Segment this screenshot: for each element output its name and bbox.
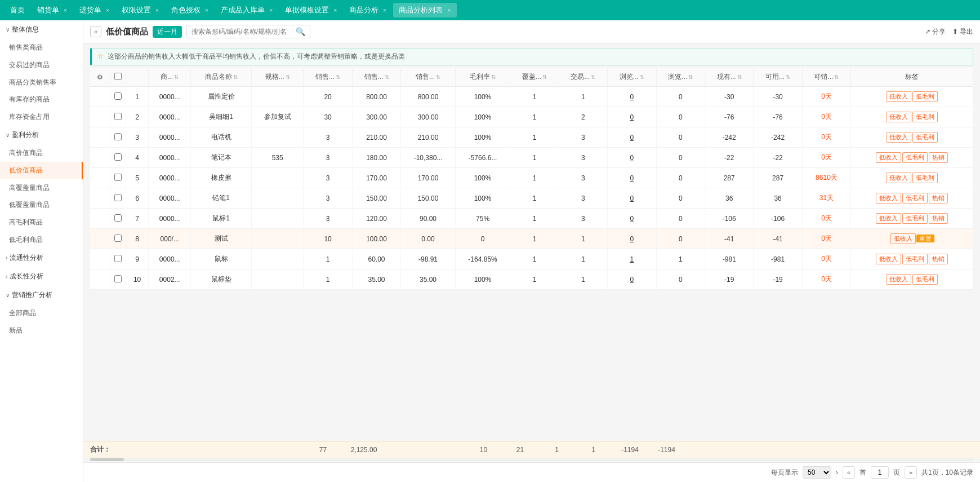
close-icon[interactable]: × — [106, 7, 109, 14]
close-icon[interactable]: × — [155, 7, 159, 14]
collapse-button[interactable]: « — [90, 26, 101, 37]
pagination-next-button[interactable]: » — [905, 466, 917, 479]
sidebar-item-low-coverage[interactable]: 低覆盖量商品 — [0, 196, 83, 214]
sidebar-item-stock-capital[interactable]: 库存资金占用 — [0, 108, 83, 126]
th-stock[interactable]: 现有...⇅ — [705, 68, 753, 87]
browse1-link[interactable]: 0 — [630, 113, 634, 121]
cell-available: -30 — [754, 87, 802, 107]
nav-purchase[interactable]: 进货单 × — [74, 3, 115, 17]
cell-sales-qty: 3 — [304, 209, 352, 229]
sidebar-group-profit[interactable]: ∨ 盈利分析 — [0, 126, 83, 144]
cell-checkbox[interactable] — [110, 107, 126, 127]
th-code[interactable]: 商...⇅ — [149, 68, 191, 87]
browse1-link[interactable]: 0 — [630, 154, 634, 162]
th-transactions[interactable]: 交易...⇅ — [559, 68, 607, 87]
th-browse2[interactable]: 浏览...⇅ — [656, 68, 705, 87]
browse1-link[interactable]: 0 — [630, 235, 634, 243]
sidebar-group-overall[interactable]: ∨ 整体信息 — [0, 20, 83, 39]
browse1-link[interactable]: 0 — [630, 174, 634, 182]
th-saleable[interactable]: 可销...⇅ — [802, 68, 850, 87]
cell-coverage: 1 — [510, 87, 559, 107]
browse1-link[interactable]: 0 — [630, 93, 634, 101]
th-sales-gross[interactable]: 销售...⇅ — [401, 68, 456, 87]
browse1-link[interactable]: 0 — [630, 276, 634, 284]
row-checkbox[interactable] — [114, 194, 122, 201]
sidebar-item-new-products[interactable]: 新品 — [0, 322, 83, 339]
sidebar-group-circulation[interactable]: › 流通性分析 — [0, 249, 83, 267]
row-checkbox[interactable] — [114, 133, 122, 140]
cell-checkbox[interactable] — [110, 188, 126, 209]
scrollbar-track[interactable] — [90, 458, 973, 461]
select-all-checkbox[interactable] — [114, 73, 122, 80]
sidebar-item-low-value[interactable]: 低价值商品 — [0, 162, 83, 179]
nav-permissions[interactable]: 权限设置 × — [116, 3, 164, 17]
close-icon[interactable]: × — [269, 7, 273, 14]
sidebar-item-sales-products[interactable]: 销售类商品 — [0, 39, 83, 56]
browse1-link[interactable]: 0 — [630, 134, 634, 141]
th-sales-qty[interactable]: 销售...⇅ — [304, 68, 352, 87]
sidebar-item-low-profit[interactable]: 低毛利商品 — [0, 231, 83, 249]
browse1-link[interactable]: 0 — [630, 215, 634, 223]
search-input[interactable] — [191, 28, 293, 36]
th-name[interactable]: 商品名称⇅ — [191, 68, 252, 87]
th-margin[interactable]: 毛利率⇅ — [455, 68, 510, 87]
browse1-link[interactable]: 1 — [630, 255, 634, 263]
th-sales-price[interactable]: 销售...⇅ — [352, 68, 400, 87]
sidebar-item-high-coverage[interactable]: 高覆盖量商品 — [0, 179, 83, 197]
sidebar-item-high-profit[interactable]: 高毛利商品 — [0, 214, 83, 231]
nav-product-analysis-list[interactable]: 商品分析列表 × — [393, 3, 456, 17]
cell-checkbox[interactable] — [110, 148, 126, 168]
sidebar-item-stock-products[interactable]: 有库存的商品 — [0, 91, 83, 108]
browse1-link[interactable]: 0 — [630, 194, 634, 202]
close-icon[interactable]: × — [383, 7, 386, 14]
cell-days: 8610天 — [802, 168, 850, 188]
pagination-arrow-icon: › — [836, 468, 838, 476]
pagination-first-button[interactable]: « — [843, 466, 855, 479]
sidebar-item-traded-products[interactable]: 交易过的商品 — [0, 56, 83, 74]
row-checkbox[interactable] — [114, 113, 122, 120]
sidebar-group-growth[interactable]: › 成长性分析 — [0, 267, 83, 286]
filter-tag-recent-month[interactable]: 近一月 — [153, 26, 182, 38]
close-icon[interactable]: × — [64, 7, 67, 14]
close-icon[interactable]: × — [333, 7, 337, 14]
per-page-select[interactable]: 50 100 200 — [803, 466, 831, 479]
cell-checkbox[interactable] — [110, 168, 126, 188]
cell-checkbox[interactable] — [110, 229, 126, 249]
row-checkbox[interactable] — [114, 214, 122, 222]
export-button[interactable]: ⬆ 导出 — [952, 27, 973, 37]
row-checkbox[interactable] — [114, 255, 122, 262]
th-coverage[interactable]: 覆盖...⇅ — [510, 68, 559, 87]
sidebar-item-all-products[interactable]: 全部商品 — [0, 304, 83, 322]
cell-checkbox[interactable] — [110, 249, 126, 269]
nav-template[interactable]: 单据模板设置 × — [279, 3, 342, 17]
close-icon[interactable]: × — [447, 7, 451, 14]
nav-home[interactable]: 首页 — [5, 3, 30, 17]
nav-role-auth[interactable]: 角色授权 × — [166, 3, 214, 17]
sidebar-item-category-rate[interactable]: 商品分类销售率 — [0, 74, 83, 91]
row-checkbox[interactable] — [114, 153, 122, 161]
close-icon[interactable]: × — [205, 7, 208, 14]
pagination-page-input[interactable] — [871, 466, 889, 479]
th-checkbox[interactable] — [110, 68, 126, 87]
nav-product-analysis[interactable]: 商品分析 × — [344, 3, 392, 17]
row-checkbox[interactable] — [114, 275, 122, 282]
search-icon[interactable]: 🔍 — [296, 27, 305, 36]
row-checkbox[interactable] — [114, 235, 122, 242]
row-checkbox[interactable] — [114, 174, 122, 181]
row-checkbox[interactable] — [114, 92, 122, 100]
th-available[interactable]: 可用...⇅ — [754, 68, 802, 87]
cell-checkbox[interactable] — [110, 87, 126, 107]
th-settings[interactable]: ⚙ — [90, 68, 110, 87]
cell-checkbox[interactable] — [110, 269, 126, 290]
th-spec[interactable]: 规格...⇅ — [251, 68, 303, 87]
th-browse1[interactable]: 浏览...⇅ — [608, 68, 656, 87]
sidebar-item-high-value[interactable]: 高价值商品 — [0, 144, 83, 162]
search-box: 🔍 — [186, 25, 310, 38]
scrollbar-thumb[interactable] — [90, 458, 124, 461]
cell-checkbox[interactable] — [110, 127, 126, 148]
nav-sales[interactable]: 销货单 × — [32, 3, 73, 17]
share-button[interactable]: ↗ 分享 — [925, 27, 946, 37]
sidebar-group-marketing[interactable]: ∨ 营销推广分析 — [0, 286, 83, 304]
cell-checkbox[interactable] — [110, 209, 126, 229]
nav-products-in[interactable]: 产成品入库单 × — [215, 3, 278, 17]
